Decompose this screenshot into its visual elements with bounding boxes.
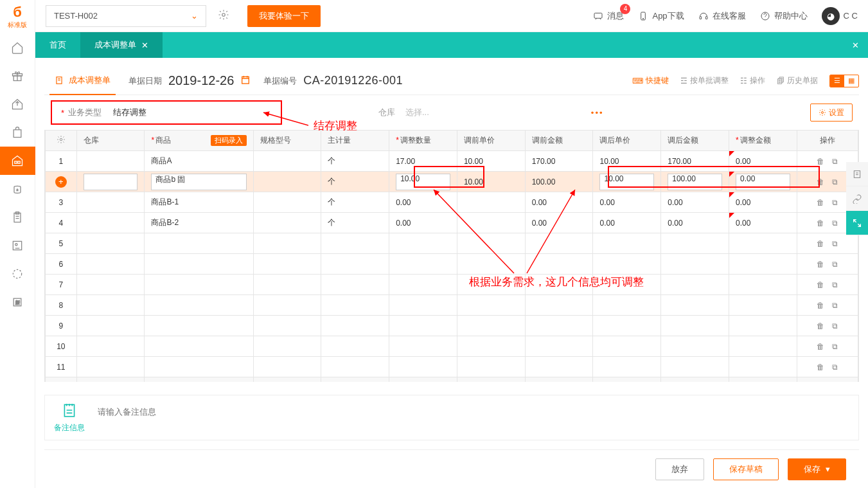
gear-icon[interactable] <box>218 9 229 23</box>
messages-badge: 4 <box>620 4 630 14</box>
rb-link-icon[interactable] <box>846 186 868 211</box>
copy-row-icon[interactable]: ⧉ <box>832 342 838 351</box>
product-cell-input[interactable]: 商品b 固 <box>151 174 246 190</box>
messages-link[interactable]: 消息 4 <box>593 10 624 22</box>
copy-row-icon[interactable]: ⧉ <box>832 301 838 310</box>
delete-row-icon[interactable]: 🗑 <box>817 198 824 207</box>
note-icon <box>61 402 78 419</box>
user-menu[interactable]: ◕ C C <box>822 7 858 25</box>
calendar-icon[interactable] <box>240 75 251 87</box>
nav-warehouse-icon[interactable] <box>0 147 35 175</box>
delete-row-icon[interactable]: 🗑 <box>817 321 824 330</box>
tab-label: 成本调整单 <box>94 39 136 51</box>
delete-row-icon[interactable]: 🗑 <box>817 342 824 351</box>
copy-row-icon[interactable]: ⧉ <box>832 239 838 248</box>
delete-row-icon[interactable]: 🗑 <box>817 363 824 372</box>
tenant-name: TEST-H002 <box>54 11 98 21</box>
history-link[interactable]: 🗐 历史单据 <box>777 75 818 86</box>
svg-point-21 <box>822 112 824 114</box>
by-doc-adjust-link[interactable]: ☲ 按单批调整 <box>680 75 729 86</box>
table-row[interactable]: 1商品A个17.0010.00170.0010.00170.000.00🗑⧉ <box>46 151 858 172</box>
nav-upload-icon[interactable] <box>0 90 35 118</box>
delete-row-icon[interactable]: 🗑 <box>817 239 824 248</box>
post-amount-cell-input[interactable]: 100.00 <box>668 174 722 190</box>
logo-icon: б <box>4 4 30 21</box>
online-service-link[interactable]: 在线客服 <box>698 10 746 22</box>
tab-cost-adjust[interactable]: 成本调整单 ✕ <box>80 32 163 58</box>
post-price-cell-input[interactable]: 10.00 <box>599 174 654 190</box>
operation-link[interactable]: ☷ 操作 <box>740 75 765 86</box>
warehouse-cell-input[interactable] <box>84 174 138 190</box>
delete-row-icon[interactable]: 🗑 <box>817 280 824 289</box>
shortcut-link[interactable]: ⌨ 快捷键 <box>632 75 669 86</box>
col-op: 操作 <box>797 131 858 151</box>
svg-rect-3 <box>15 161 17 163</box>
svg-rect-24 <box>854 170 860 177</box>
subtotal-pre-amount: 270.00 <box>525 377 593 383</box>
rb-notes-icon[interactable] <box>846 162 868 186</box>
copy-row-icon[interactable]: ⧉ <box>832 198 838 207</box>
table-row[interactable]: 3商品B-1个0.000.000.000.000.00🗑⧉ <box>46 192 858 213</box>
close-icon[interactable]: ✕ <box>141 41 148 50</box>
copy-row-icon[interactable]: ⧉ <box>832 157 838 166</box>
delete-row-icon[interactable]: 🗑 <box>817 219 824 228</box>
delete-row-icon[interactable]: 🗑 <box>817 157 824 166</box>
delete-row-icon[interactable]: 🗑 <box>817 301 824 310</box>
col-gear[interactable] <box>46 131 77 151</box>
copy-row-icon[interactable]: ⧉ <box>832 260 838 269</box>
scan-badge[interactable]: 扫码录入 <box>211 135 247 146</box>
table-row[interactable]: 4商品B-2个0.000.000.000.000.00🗑⧉ <box>46 213 858 233</box>
doc-tab[interactable]: 成本调整单 <box>49 67 116 95</box>
adj-amount-cell-input[interactable]: 0.00 <box>736 174 790 190</box>
view-grid-icon[interactable]: ▦ <box>844 75 858 87</box>
qty-cell-input[interactable]: 10.00 <box>396 174 450 190</box>
svg-rect-16 <box>700 16 702 19</box>
table-row[interactable]: 9🗑⧉ <box>46 316 858 336</box>
table-row[interactable]: 11🗑⧉ <box>46 357 858 377</box>
nav-report-icon[interactable] <box>0 231 35 260</box>
copy-row-icon[interactable]: ⧉ <box>832 219 838 228</box>
discard-button[interactable]: 放弃 <box>655 458 704 480</box>
save-button[interactable]: 保存 ▾ <box>788 458 846 480</box>
subtotal-label: 小计 <box>46 377 77 383</box>
trial-button[interactable]: 我要体验一下 <box>247 5 321 27</box>
table-row[interactable]: 6🗑⧉ <box>46 254 858 275</box>
tenant-select[interactable]: TEST-H002 ⌄ <box>46 5 206 27</box>
table-row[interactable]: +商品b 固个10.0010.00100.0010.00100.000.00🗑⧉ <box>46 172 858 192</box>
table-row[interactable]: 10🗑⧉ <box>46 336 858 357</box>
help-center-link[interactable]: 帮助中心 <box>760 10 808 22</box>
view-toggle[interactable]: ☰ ▦ <box>829 75 859 87</box>
copy-row-icon[interactable]: ⧉ <box>832 363 838 372</box>
business-type-select[interactable]: * 业务类型 结存调整 ⌄ <box>51 100 282 125</box>
footer: 放弃 保存草稿 保存 ▾ <box>44 449 859 488</box>
rb-expand-icon[interactable] <box>846 211 868 235</box>
table-row[interactable]: 7🗑⧉ <box>46 275 858 295</box>
save-draft-button[interactable]: 保存草稿 <box>713 458 779 480</box>
nav-bag-icon[interactable] <box>0 118 35 147</box>
nav-clipboard-icon[interactable] <box>0 203 35 231</box>
nav-new-icon[interactable]: 新 <box>0 288 35 316</box>
settings-button[interactable]: 设置 <box>810 104 853 122</box>
date-label: 单据日期 <box>128 75 162 87</box>
app-download-link[interactable]: App下载 <box>638 10 684 22</box>
subtotal-row: 小计 27.00 270.00 270.00 0.00 <box>46 377 858 383</box>
close-all-tabs[interactable]: ✕ <box>842 32 868 58</box>
nav-gift-icon[interactable] <box>0 62 35 90</box>
table-row[interactable]: 8🗑⧉ <box>46 295 858 316</box>
warehouse-select[interactable]: 仓库 选择... ••• <box>378 107 604 118</box>
copy-row-icon[interactable]: ⧉ <box>832 177 838 186</box>
delete-row-icon[interactable]: 🗑 <box>817 260 824 269</box>
add-row-icon[interactable]: + <box>55 176 67 188</box>
tab-home[interactable]: 首页 <box>35 32 80 58</box>
nav-sync-icon[interactable] <box>0 260 35 288</box>
copy-row-icon[interactable]: ⧉ <box>832 280 838 289</box>
copy-row-icon[interactable]: ⧉ <box>832 321 838 330</box>
nav-home-icon[interactable] <box>0 33 35 62</box>
date-value[interactable]: 2019-12-26 <box>168 73 234 88</box>
delete-row-icon[interactable]: 🗑 <box>817 177 824 186</box>
remark-input[interactable] <box>98 402 849 422</box>
more-icon[interactable]: ••• <box>591 108 604 118</box>
table-row[interactable]: 5🗑⧉ <box>46 233 858 254</box>
view-list-icon[interactable]: ☰ <box>830 75 844 87</box>
nav-money-icon[interactable] <box>0 175 35 203</box>
